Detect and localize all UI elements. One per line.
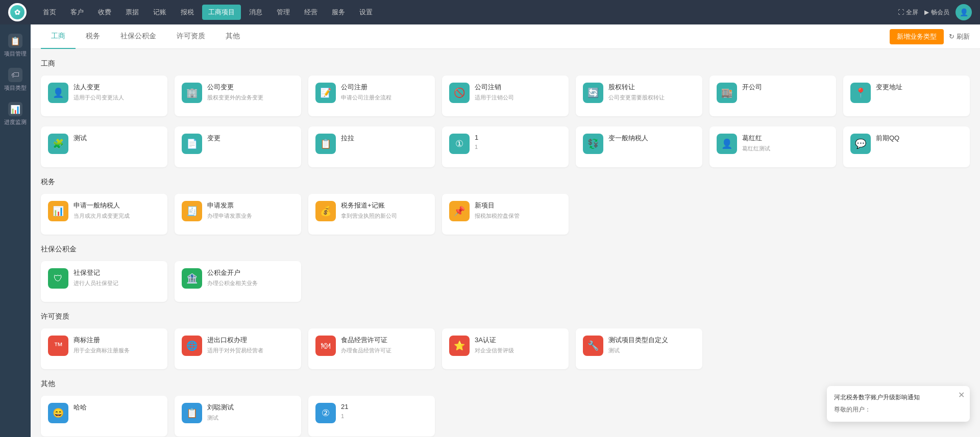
nav-items: 首页 客户 收费 票据 记账 报税 工商项目 消息 管理 经营 服务 设置 xyxy=(37,5,898,20)
shuiwu-cards: 📊 申请一般纳税人 当月或次月成变更完成 🧾 申请发票 办理申请发票业务 💰 xyxy=(41,194,970,235)
gongsizuce-icon: 📝 xyxy=(315,83,336,103)
card-shipin-xuke[interactable]: 🍽 食品经营许可证 办理食品经营许可证 xyxy=(308,328,435,369)
fazren-icon: 👤 xyxy=(48,83,68,103)
nav-tax[interactable]: 报税 xyxy=(175,5,200,20)
card-name: 刘聪测试 xyxy=(207,403,294,412)
xuke-section: 许可资质 ™ 商标注册 用于企业商标注册服务 🌐 进出口权办理 适用于对外贸易经… xyxy=(41,312,970,369)
fullscreen-button[interactable]: ⛶ 全屏 xyxy=(898,8,918,17)
top-navigation: ✿ 首页 客户 收费 票据 记账 报税 工商项目 消息 管理 经营 服务 设置 … xyxy=(0,0,980,24)
logo[interactable]: ✿ xyxy=(8,3,27,21)
card-lala[interactable]: 📋 拉拉 xyxy=(308,126,435,167)
fapiao-icon: 🧾 xyxy=(182,201,202,221)
gongjijin-icon: 🏦 xyxy=(182,268,202,289)
tab-gongshang[interactable]: 工商 xyxy=(41,24,76,49)
liucong-icon: 📋 xyxy=(182,403,202,423)
card-name: 变更 xyxy=(207,134,294,143)
card-shuiwu-baodao[interactable]: 💰 税务报道+记账 拿到营业执照的新公司 xyxy=(308,194,435,235)
logo-icon: ✿ xyxy=(10,5,24,19)
card-jinchuko[interactable]: 🌐 进出口权办理 适用于对外贸易经营者 xyxy=(175,328,301,369)
member-button[interactable]: ▶ 畅会员 xyxy=(924,8,949,17)
card-desc: 对企业信誉评级 xyxy=(475,347,561,354)
tab-qita[interactable]: 其他 xyxy=(215,24,250,49)
nav-fee[interactable]: 收费 xyxy=(92,5,117,20)
card-name: 测试 xyxy=(74,134,160,143)
biangeng-icon: 📄 xyxy=(182,134,202,154)
nav-operation[interactable]: 经营 xyxy=(298,5,324,20)
card-gongsi-zhuxiao[interactable]: 🚫 公司注销 适用于注销公司 xyxy=(442,75,569,116)
card-desc: 测试 xyxy=(608,347,695,354)
nav-manage[interactable]: 管理 xyxy=(271,5,296,20)
card-qianqi-qq[interactable]: 💬 前期QQ xyxy=(843,126,970,167)
jinchuko-icon: 🌐 xyxy=(182,336,202,356)
card-haha[interactable]: 😄 哈哈 xyxy=(41,396,167,436)
card-name: 食品经营许可证 xyxy=(341,336,428,345)
card-shangbiao-zhuce[interactable]: ™ 商标注册 用于企业商标注册服务 xyxy=(41,328,167,369)
nav-settings[interactable]: 设置 xyxy=(353,5,379,20)
card-desc: 1 xyxy=(341,413,428,420)
card-3a-renzheng[interactable]: ⭐ 3A认证 对企业信誉评级 xyxy=(442,328,569,369)
ceshi-icon: 🧩 xyxy=(48,134,68,154)
card-gehonghong[interactable]: 👤 葛红红 葛红红测试 xyxy=(709,126,836,167)
card-name: 前期QQ xyxy=(876,134,963,143)
card-name: 社保登记 xyxy=(74,268,160,277)
notification-close-button[interactable]: ✕ xyxy=(958,390,965,400)
card-21[interactable]: ② 21 1 xyxy=(308,396,435,436)
shuiwu-section: 税务 📊 申请一般纳税人 当月或次月成变更完成 🧾 申请发票 办理申请发票业务 xyxy=(41,177,970,235)
card-gongjijin-kaihu[interactable]: 🏦 公积金开户 办理公积金相关业务 xyxy=(175,261,301,302)
sidebar-item-progress[interactable]: 📊 进度监测 xyxy=(0,97,31,131)
nav-customer[interactable]: 客户 xyxy=(64,5,90,20)
card-gongsi-zhuce[interactable]: 📝 公司注册 申请公司注册全流程 xyxy=(308,75,435,116)
card-name: 公司变更 xyxy=(207,83,294,92)
nav-accounting[interactable]: 记账 xyxy=(147,5,173,20)
card-desc: 适用于公司变更法人 xyxy=(74,94,160,101)
card-1[interactable]: ① 1 1 xyxy=(442,126,569,167)
sidebar-item-project-manage[interactable]: 📋 项目管理 xyxy=(0,29,31,63)
card-biangeng-dizhi[interactable]: 📍 变更地址 xyxy=(843,75,970,116)
tab-shebao[interactable]: 社保公积金 xyxy=(110,24,166,49)
nav-ticket[interactable]: 票据 xyxy=(119,5,145,20)
card-ceshi-leixin[interactable]: 🔧 测试项目类型自定义 测试 xyxy=(576,328,702,369)
nav-right: ⛶ 全屏 ▶ 畅会员 👤 xyxy=(898,4,972,20)
card-desc: 1 xyxy=(475,143,561,151)
card-desc: 适用于对外贸易经营者 xyxy=(207,347,294,354)
project-manage-icon: 📋 xyxy=(8,34,22,48)
notification-content: 尊敬的用户： xyxy=(834,405,963,415)
new-type-button[interactable]: 新增业务类型 xyxy=(890,29,944,44)
card-shenqing-nashuiren[interactable]: 📊 申请一般纳税人 当月或次月成变更完成 xyxy=(41,194,167,235)
card-xin-xiangmu[interactable]: 📌 新项目 报税加税控盘保管 xyxy=(442,194,569,235)
sidebar-item-project-type[interactable]: 🏷 项目类型 xyxy=(0,63,31,97)
nav-service[interactable]: 服务 xyxy=(326,5,351,20)
tab-xuke[interactable]: 许可资质 xyxy=(166,24,215,49)
card-name: 公积金开户 xyxy=(207,268,294,277)
xuke-cards: ™ 商标注册 用于企业商标注册服务 🌐 进出口权办理 适用于对外贸易经营者 🍽 xyxy=(41,328,970,369)
nav-message[interactable]: 消息 xyxy=(243,5,268,20)
card-kai-gongsi[interactable]: 🏬 开公司 xyxy=(709,75,836,116)
ceshileixin-icon: 🔧 xyxy=(583,336,603,356)
one-icon: ① xyxy=(449,134,470,154)
tab-shuiwu[interactable]: 税务 xyxy=(76,24,110,49)
refresh-button[interactable]: ↻ 刷新 xyxy=(949,32,970,41)
nav-home[interactable]: 首页 xyxy=(37,5,62,20)
shangbiao-icon: ™ xyxy=(48,336,68,356)
card-name: 法人变更 xyxy=(74,83,160,92)
card-biangeng[interactable]: 📄 变更 xyxy=(175,126,301,167)
card-name: 21 xyxy=(341,403,428,410)
fullscreen-icon: ⛶ xyxy=(898,9,904,16)
card-shenqing-fapiao[interactable]: 🧾 申请发票 办理申请发票业务 xyxy=(175,194,301,235)
card-liucong-ceshi[interactable]: 📋 刘聪测试 测试 xyxy=(175,396,301,436)
card-shebao-dengji[interactable]: 🛡 社保登记 进行人员社保登记 xyxy=(41,261,167,302)
card-desc: 办理食品经营许可证 xyxy=(341,347,428,354)
user-avatar[interactable]: 👤 xyxy=(955,4,972,20)
card-desc: 进行人员社保登记 xyxy=(74,279,160,287)
card-guquan-zhuanrang[interactable]: 🔄 股权转让 公司变更需要股权转让 xyxy=(576,75,702,116)
card-ceshi[interactable]: 🧩 测试 xyxy=(41,126,167,167)
nav-business[interactable]: 工商项目 xyxy=(202,5,241,20)
lala-icon: 📋 xyxy=(315,134,336,154)
21-icon: ② xyxy=(315,403,336,423)
card-fazrenbianggeng[interactable]: 👤 法人变更 适用于公司变更法人 xyxy=(41,75,167,116)
card-gongsi-biangeng[interactable]: 🏢 公司变更 股权变更外的业务变更 xyxy=(175,75,301,116)
progress-icon: 📊 xyxy=(8,102,22,116)
haha-icon: 😄 xyxy=(48,403,68,423)
card-name: 哈哈 xyxy=(74,403,160,412)
card-bian-nashuiren[interactable]: 💱 变一般纳税人 xyxy=(576,126,702,167)
